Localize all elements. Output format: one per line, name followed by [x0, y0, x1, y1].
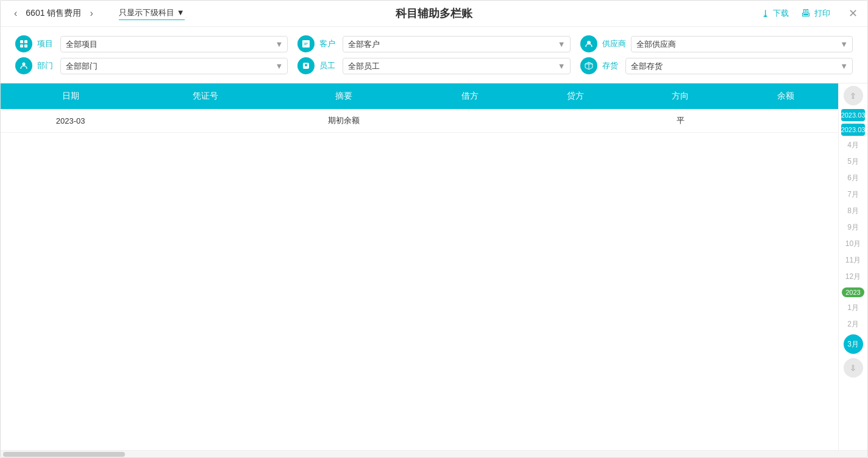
employee-filter: 员工 全部员工 ▼: [293, 55, 575, 77]
department-select-wrapper: 全部部门 ▼: [60, 58, 288, 74]
month-10[interactable]: 10月: [845, 236, 861, 252]
right-sidebar: ⇧ 2023.03 2023.03 4月 5月 6月 7月 8月 9月 10月 …: [838, 83, 867, 450]
cell-debit: [418, 109, 523, 133]
print-icon: 🖶: [801, 8, 811, 19]
download-label: 下载: [773, 8, 789, 19]
period-item-1[interactable]: 2023.03: [841, 109, 865, 121]
inventory-select[interactable]: 全部存货: [625, 58, 853, 74]
show-sub-label: 只显示下级科目: [119, 7, 174, 18]
department-label: 部门: [37, 60, 55, 71]
customer-filter: 客户 全部客户 ▼: [293, 33, 575, 55]
header-voucher: 凭证号: [140, 83, 270, 109]
employee-label: 员工: [319, 60, 338, 71]
show-sub-chevron-icon: ▼: [177, 8, 185, 17]
employee-select-wrapper: 全部员工 ▼: [343, 58, 570, 74]
customer-label: 客户: [319, 38, 338, 49]
inventory-label: 存货: [602, 60, 621, 71]
table-area[interactable]: 日期 凭证号 摘要 借方 贷方 方向 余额 2023-03期初余额平: [1, 83, 838, 450]
account-code-label: 6601 销售费用: [26, 8, 81, 19]
cell-balance: [733, 109, 838, 133]
year-badge-2023: 2023: [842, 287, 864, 297]
month-1[interactable]: 1月: [847, 300, 859, 316]
supplier-icon: [580, 35, 597, 52]
filter-bar: 项目 全部项目 ▼ 客户 全部客户 ▼: [1, 27, 867, 83]
svg-rect-3: [24, 44, 27, 48]
sidebar-down-button[interactable]: ⇩: [844, 358, 863, 378]
project-icon: [15, 35, 32, 52]
supplier-select-wrapper: 全部供应商 ▼: [631, 36, 853, 52]
chevron-down-icon: ⇩: [850, 364, 856, 373]
table-row: 2023-03期初余额平: [1, 109, 838, 133]
download-icon: ⤓: [761, 8, 769, 19]
month-2[interactable]: 2月: [847, 316, 859, 333]
month-8[interactable]: 8月: [847, 203, 859, 219]
title-right: ⤓ 下载 🖶 打印 ✕: [761, 7, 858, 20]
scrollbar-thumb: [3, 452, 125, 457]
main-content: 日期 凭证号 摘要 借方 贷方 方向 余额 2023-03期初余额平 ⇧ 20: [1, 83, 867, 450]
page-title: 科目辅助多栏账: [396, 6, 472, 21]
department-select[interactable]: 全部部门: [60, 58, 288, 74]
cell-summary: 期初余额: [270, 109, 418, 133]
month-11[interactable]: 11月: [845, 252, 861, 269]
svg-point-7: [305, 64, 307, 66]
customer-icon: [297, 35, 315, 52]
cell-voucher: [140, 109, 270, 133]
employee-icon: [297, 57, 315, 74]
header-balance: 余额: [733, 83, 838, 109]
month-3-current[interactable]: 3月: [844, 334, 863, 354]
department-icon: [15, 57, 32, 74]
close-button[interactable]: ✕: [848, 7, 858, 20]
period-item-2[interactable]: 2023.03: [841, 124, 865, 136]
ledger-table: 日期 凭证号 摘要 借方 贷方 方向 余额 2023-03期初余额平: [1, 83, 838, 133]
customer-select[interactable]: 全部客户: [343, 36, 570, 52]
project-label: 项目: [37, 38, 55, 49]
month-12[interactable]: 12月: [845, 269, 861, 285]
month-5[interactable]: 5月: [847, 153, 859, 170]
project-filter: 项目 全部项目 ▼: [10, 33, 293, 55]
table-header-row: 日期 凭证号 摘要 借方 贷方 方向 余额: [1, 83, 838, 109]
sidebar-up-button[interactable]: ⇧: [844, 86, 863, 105]
svg-rect-1: [24, 40, 27, 43]
cell-direction: 平: [628, 109, 733, 133]
header-date: 日期: [1, 83, 140, 109]
month-7[interactable]: 7月: [847, 186, 859, 203]
inventory-select-wrapper: 全部存货 ▼: [625, 58, 853, 74]
title-bar: ‹ 6601 销售费用 › 只显示下级科目 ▼ 科目辅助多栏账 ⤓ 下载 🖶 打…: [1, 1, 867, 27]
svg-rect-0: [20, 40, 23, 43]
next-account-btn[interactable]: ›: [86, 7, 96, 20]
header-credit: 贷方: [522, 83, 628, 109]
month-6[interactable]: 6月: [847, 170, 859, 186]
download-button[interactable]: ⤓ 下载: [761, 8, 789, 19]
chevron-up-icon: ⇧: [850, 91, 856, 100]
project-select[interactable]: 全部项目: [60, 36, 288, 52]
cell-credit: [522, 109, 628, 133]
customer-select-wrapper: 全部客户 ▼: [343, 36, 570, 52]
supplier-label: 供应商: [602, 38, 626, 49]
department-filter: 部门 全部部门 ▼: [10, 55, 293, 77]
print-button[interactable]: 🖶 打印: [801, 8, 830, 19]
project-select-wrapper: 全部项目 ▼: [60, 36, 288, 52]
svg-rect-2: [20, 44, 23, 48]
inventory-icon: [580, 57, 597, 74]
supplier-filter: 供应商 全部供应商 ▼: [575, 33, 858, 55]
header-summary: 摘要: [270, 83, 418, 109]
prev-account-btn[interactable]: ‹: [10, 7, 21, 20]
header-direction: 方向: [628, 83, 733, 109]
print-label: 打印: [814, 8, 830, 19]
inventory-filter: 存货 全部存货 ▼: [575, 55, 858, 77]
title-left: ‹ 6601 销售费用 › 只显示下级科目 ▼: [10, 7, 185, 20]
supplier-select[interactable]: 全部供应商: [631, 36, 853, 52]
main-window: ‹ 6601 销售费用 › 只显示下级科目 ▼ 科目辅助多栏账 ⤓ 下载 🖶 打…: [0, 0, 868, 458]
month-9[interactable]: 9月: [847, 219, 859, 236]
cell-date: 2023-03: [1, 109, 140, 133]
employee-select[interactable]: 全部员工: [343, 58, 570, 74]
show-sub-accounts-link[interactable]: 只显示下级科目 ▼: [119, 7, 185, 20]
header-debit: 借方: [418, 83, 523, 109]
horizontal-scrollbar[interactable]: [1, 450, 867, 457]
svg-point-5: [23, 63, 26, 66]
month-4[interactable]: 4月: [847, 137, 859, 153]
